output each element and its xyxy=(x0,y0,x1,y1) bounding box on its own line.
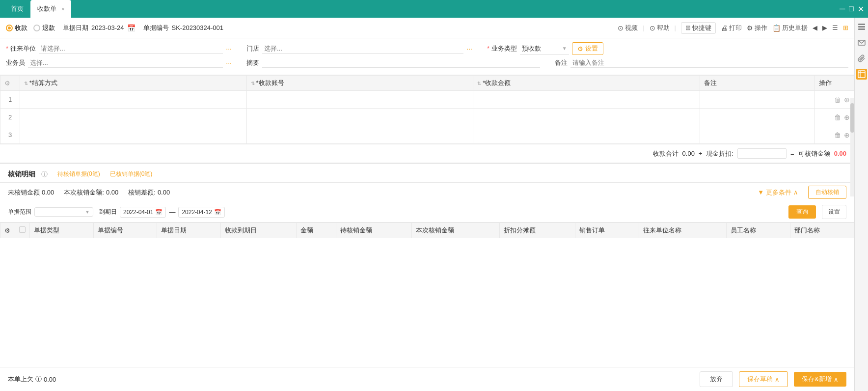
radio-refund[interactable]: 退款 xyxy=(33,24,55,32)
settle-method-1[interactable] xyxy=(20,91,247,109)
th-current: 本次核销金额 xyxy=(412,223,500,238)
radio-receipt[interactable]: 收款 xyxy=(6,24,27,32)
history-action[interactable]: 📋 历史单据 xyxy=(772,24,808,32)
settle-method-2[interactable] xyxy=(20,109,247,126)
salesperson-ellipsis-btn[interactable]: ··· xyxy=(226,59,232,67)
delete-row-1-btn[interactable]: 🗑 xyxy=(834,96,841,104)
note-1[interactable] xyxy=(700,91,815,109)
note-3[interactable] xyxy=(700,126,815,144)
tab-receipt[interactable]: 收款单 × xyxy=(30,0,71,18)
receipt-account-1[interactable] xyxy=(246,91,473,109)
verification-header: 核销明细 ⓘ 待核销单据(0笔) 已核销单据(0笔) xyxy=(0,164,854,183)
receipt-account-2[interactable] xyxy=(246,109,473,126)
note-2[interactable] xyxy=(700,109,815,126)
operation-icon: ⚙ xyxy=(747,24,753,32)
business-type-value: 预收款 xyxy=(522,44,560,53)
copy-row-3-btn[interactable]: ⊕ xyxy=(844,131,850,139)
this-order-info-icon[interactable]: ⓘ xyxy=(35,375,42,384)
calendar-from-icon: 📅 xyxy=(155,209,163,216)
sidebar-attachment-icon[interactable] xyxy=(856,53,867,64)
row-num-3: 3 xyxy=(0,126,20,144)
delete-row-3-btn[interactable]: 🗑 xyxy=(834,131,841,139)
tab-home[interactable]: 首页 xyxy=(4,0,30,18)
gear-icon[interactable]: ⚙ xyxy=(4,80,10,87)
remark-input[interactable] xyxy=(570,58,848,68)
settle-method-3[interactable] xyxy=(20,126,247,144)
gear-icon-bottom[interactable]: ⚙ xyxy=(4,227,10,234)
save-btn[interactable]: 保存&新增 ∧ xyxy=(794,372,846,387)
tab-close-icon[interactable]: × xyxy=(61,6,64,12)
select-all-checkbox[interactable] xyxy=(19,226,26,233)
row-actions-2: 🗑 ⊕ xyxy=(815,109,854,126)
shortcut-btn[interactable]: ⊞ 快捷键 xyxy=(681,22,716,34)
calendar-icon[interactable]: 📅 xyxy=(127,24,136,32)
salesperson-field: 业务员 ··· xyxy=(6,58,232,68)
shop-ellipsis-btn[interactable]: ··· xyxy=(466,45,472,53)
query-btn[interactable]: 查询 xyxy=(788,205,816,219)
filter-icon: ▼ xyxy=(758,189,764,196)
discount-input[interactable] xyxy=(737,148,787,159)
list-view-icon[interactable]: ☰ xyxy=(832,24,838,31)
next-action[interactable]: ▶ xyxy=(822,24,827,31)
more-conditions-btn[interactable]: ▼ 更多条件 ∧ xyxy=(758,188,798,197)
svg-rect-0 xyxy=(858,24,865,25)
plus-sign: + xyxy=(699,150,703,157)
tab-home-label: 首页 xyxy=(11,4,24,13)
receipt-amount-3[interactable] xyxy=(473,126,700,144)
summary-row: 收款合计 0.00 + 现金折扣: = 可核销金额 0.00 xyxy=(0,144,854,163)
settings-button[interactable]: ⚙ 设置 xyxy=(572,42,603,55)
prev-action[interactable]: ◀ xyxy=(813,24,817,31)
date-to-input[interactable]: 2022-04-12 📅 xyxy=(178,207,224,218)
sidebar-screen-icon[interactable] xyxy=(856,69,867,80)
shop-input[interactable] xyxy=(262,44,463,54)
grid-view-icon[interactable]: ⊞ xyxy=(843,24,848,31)
counterparty-input[interactable] xyxy=(39,44,223,54)
date-separator: — xyxy=(169,208,175,216)
num-field: 单据编号 SK-20230324-001 xyxy=(143,24,224,32)
verification-info-icon[interactable]: ⓘ xyxy=(41,170,48,179)
filter-settings-btn[interactable]: 设置 xyxy=(822,205,846,219)
sidebar-table-icon[interactable] xyxy=(856,22,867,32)
window-close-icon[interactable]: ✕ xyxy=(858,4,864,14)
verification-section: 核销明细 ⓘ 待核销单据(0笔) 已核销单据(0笔) 未核销金额 0.00 本次… xyxy=(0,164,854,367)
salesperson-input[interactable] xyxy=(28,58,223,68)
auto-verify-btn[interactable]: 自动核销 xyxy=(808,186,846,199)
summary-input[interactable] xyxy=(262,58,540,68)
draft-btn[interactable]: 保存草稿 ∧ xyxy=(739,371,788,387)
video-action[interactable]: ⊙ 视频 xyxy=(618,24,638,32)
print-label: 打印 xyxy=(729,24,742,32)
total-value: 0.00 xyxy=(682,150,695,157)
receipt-amount-2[interactable] xyxy=(473,109,700,126)
receipt-amount-1[interactable] xyxy=(473,91,700,109)
sidebar-email-icon[interactable] xyxy=(856,37,867,48)
window-minimize-icon[interactable]: ─ xyxy=(840,4,845,14)
operation-action[interactable]: ⚙ 操作 xyxy=(747,24,767,32)
radio-refund-circle xyxy=(33,25,40,31)
th-operation: 操作 xyxy=(815,76,854,91)
business-type-select[interactable]: 预收款 ▼ xyxy=(520,43,569,55)
scrollbar-thumb[interactable] xyxy=(850,103,854,133)
net-value: 0.00 xyxy=(834,150,846,157)
done-tab[interactable]: 已核销单据(0笔) xyxy=(106,169,157,179)
row-actions-3: 🗑 ⊕ xyxy=(815,126,854,144)
th-counterparty: 往来单位名称 xyxy=(639,223,727,238)
print-action[interactable]: 🖨 打印 xyxy=(721,24,742,32)
history-icon: 📋 xyxy=(772,24,781,32)
copy-row-2-btn[interactable]: ⊕ xyxy=(844,113,850,121)
total-label: 收款合计 xyxy=(653,149,678,158)
table-row: 3 🗑 ⊕ xyxy=(0,126,854,144)
scrollbar[interactable] xyxy=(850,98,854,196)
window-restore-icon[interactable]: □ xyxy=(849,4,854,14)
abandon-btn[interactable]: 放弃 xyxy=(700,371,733,387)
receipt-account-3[interactable] xyxy=(246,126,473,144)
filter-row: 单据范围 ▼ 到期日 2022-04-01 📅 — 2022-04-12 📅 xyxy=(0,202,854,223)
pending-tab[interactable]: 待核销单据(0笔) xyxy=(54,169,104,179)
copy-row-1-btn[interactable]: ⊕ xyxy=(844,96,850,104)
range-select[interactable]: ▼ xyxy=(34,207,93,217)
footer-info: 本单上欠 ⓘ 0.00 xyxy=(8,375,56,384)
delete-row-2-btn[interactable]: 🗑 xyxy=(834,113,841,121)
date-from-input[interactable]: 2022-04-01 📅 xyxy=(120,207,166,218)
help-action[interactable]: ⊙ 帮助 xyxy=(650,24,670,32)
counterparty-ellipsis-btn[interactable]: ··· xyxy=(226,45,232,53)
receipt-table-container: ⚙ *结算方式 *收款账号 *收款金额 备注 操作 1 xyxy=(0,75,854,144)
